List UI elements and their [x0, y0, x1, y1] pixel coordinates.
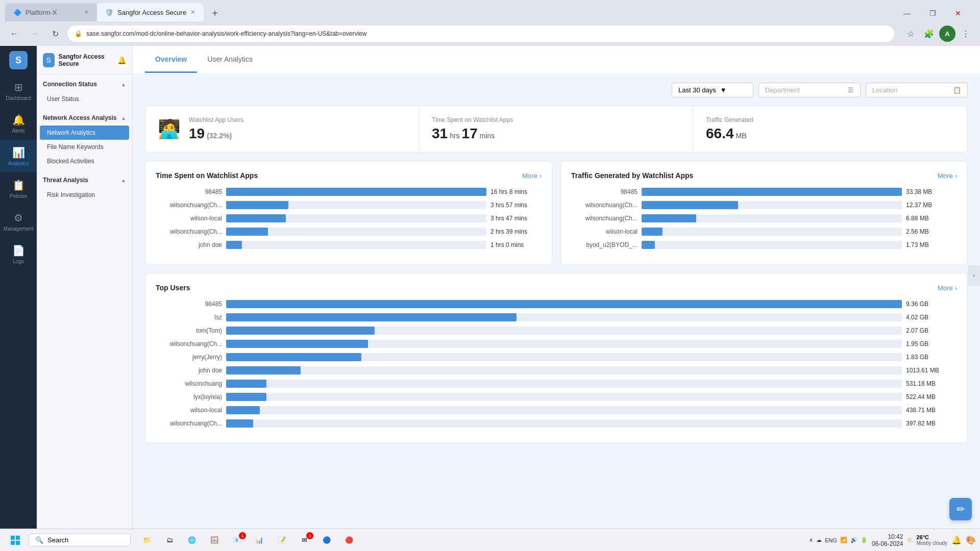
connection-status-chevron: ▲: [121, 82, 126, 87]
refresh-button[interactable]: ↻: [47, 26, 63, 42]
sidebar-item-alerts[interactable]: 🔔 Alerts: [0, 107, 37, 140]
chevron-up-icon[interactable]: ∧: [809, 537, 813, 543]
bar-fill: [226, 406, 260, 414]
sidebar-item-logs[interactable]: 📄 Logs: [0, 238, 37, 270]
bar-value: 3 hrs 47 mins: [491, 215, 542, 222]
bar-fill: [226, 188, 486, 196]
location-input[interactable]: Location 📋: [866, 83, 968, 97]
management-icon: ⚙: [14, 212, 23, 224]
department-placeholder: Department: [765, 86, 800, 94]
close-button[interactable]: ✕: [946, 5, 970, 21]
tab-overview[interactable]: Overview: [145, 47, 197, 73]
tab1-favicon: 🔷: [13, 9, 21, 16]
sidebar-item-dashboard[interactable]: ⊞ Dashboard: [0, 74, 37, 107]
time-spent-more-button[interactable]: More ›: [522, 172, 542, 180]
bar-label: wilsonchuang(Ch...: [156, 340, 222, 347]
bar-fill: [642, 201, 738, 209]
traffic-more-button[interactable]: More ›: [938, 172, 957, 180]
sidebar-item-analytics[interactable]: 📊 Analytics: [0, 140, 37, 172]
new-tab-button[interactable]: +: [208, 6, 222, 21]
taskbar-app-explorer[interactable]: 🗂: [159, 531, 180, 549]
department-input[interactable]: Department ☰: [758, 83, 861, 97]
sidebar-item-management[interactable]: ⚙ Management: [0, 205, 37, 238]
bar-fill: [226, 201, 288, 209]
bar-value: 12.37 MB: [906, 202, 957, 209]
browser-tab-1[interactable]: 🔷 Platform-X ✕: [5, 3, 97, 21]
taskbar-app-teams[interactable]: ✉ 1: [294, 531, 314, 549]
blocked-activities-label: Blocked Activities: [47, 158, 94, 165]
bar-value: 3 hrs 57 mins: [491, 202, 542, 209]
search-icon: 🔍: [35, 536, 43, 544]
taskbar-app-powerpoint[interactable]: 📊: [249, 531, 270, 549]
bar-row: lsz4.02 GB: [156, 313, 957, 321]
policies-icon: 📋: [12, 179, 25, 191]
sidebar-item-blocked-activities[interactable]: Blocked Activities: [37, 154, 132, 168]
taskbar-time[interactable]: 10:42 06-06-2024: [872, 533, 903, 547]
panel-bell-icon[interactable]: 🔔: [117, 56, 126, 64]
taskbar-app-store[interactable]: 🪟: [204, 531, 225, 549]
traffic-chart: Traffic Generated by Watchlist Apps More…: [560, 161, 968, 265]
maximize-button[interactable]: ❐: [921, 5, 944, 21]
bar-value: 2 hrs 39 mins: [491, 228, 542, 235]
extensions-button[interactable]: 🧩: [921, 26, 937, 42]
bookmark-button[interactable]: ☆: [902, 26, 919, 42]
bar-track: [226, 380, 902, 388]
taskbar-app-chrome[interactable]: 🔵: [316, 531, 337, 549]
sidebar-item-policies[interactable]: 📋 Policies: [0, 172, 37, 205]
traffic-chart-title: Traffic Generated by Watchlist Apps: [571, 171, 693, 180]
connection-status-label: Connection Status: [43, 81, 97, 88]
teams-badge: 1: [306, 532, 313, 539]
network-access-header[interactable]: Network Access Analysis ▲: [37, 110, 132, 126]
start-button[interactable]: [4, 531, 27, 549]
taskbar-sys-tray: ∧ ☁ ENG 📶 🔊 🔋: [809, 537, 868, 543]
taskbar-apps: 📁 🗂 🌐 🪟 📧 1 📊 📝 ✉ 1 🔵 🔴: [137, 531, 359, 549]
taskbar-app-files[interactable]: 📁: [137, 531, 157, 549]
date-range-chevron: ▼: [720, 86, 727, 94]
network-access-label: Network Access Analysis: [43, 114, 117, 121]
bar-row: jerry(Jerry)1.83 GB: [156, 353, 957, 361]
taskbar-app-word[interactable]: 📝: [272, 531, 292, 549]
bar-fill: [226, 228, 268, 236]
taskbar-search[interactable]: 🔍 Search: [29, 534, 131, 546]
svg-rect-0: [11, 536, 15, 540]
taskbar-app-outlook[interactable]: 📧 1: [227, 531, 247, 549]
bar-row: 9848533.38 MB: [571, 188, 957, 196]
address-bar[interactable]: 🔒 sase.sangfor.com/mod-dc/online-behavio…: [67, 26, 894, 42]
sidebar-item-risk-investigation[interactable]: Risk Investigation: [37, 188, 132, 202]
forward-button[interactable]: →: [27, 26, 43, 42]
profile-button[interactable]: A: [939, 26, 955, 42]
bar-fill: [226, 366, 301, 374]
top-users-more-button[interactable]: More ›: [938, 284, 957, 292]
sidebar-expand-button[interactable]: ›: [968, 265, 980, 286]
threat-analysis-header[interactable]: Threat Analysis ▲: [37, 172, 132, 188]
bar-track: [226, 188, 486, 196]
tab1-close[interactable]: ✕: [84, 9, 89, 16]
bar-track: [642, 228, 902, 236]
bar-row: byod_u2(BYOD_...1.73 MB: [571, 241, 957, 249]
tab-user-analytics[interactable]: User Analytics: [197, 47, 263, 73]
notification-bell-icon[interactable]: 🔔: [951, 535, 962, 545]
floating-action-button[interactable]: ✏: [949, 498, 972, 520]
back-button[interactable]: ←: [6, 26, 22, 42]
connection-status-header[interactable]: Connection Status ▲: [37, 77, 132, 92]
menu-button[interactable]: ⋮: [958, 26, 974, 42]
minimize-button[interactable]: —: [895, 5, 919, 21]
time-spent-chart-title: Time Spent on Watchlist Apps: [156, 171, 258, 180]
bar-label: wilsonchuang(Ch...: [156, 420, 222, 427]
sidebar-item-user-status[interactable]: User Status: [37, 92, 132, 106]
browser-tab-2[interactable]: 🛡️ Sangfor Access Secure ✕: [97, 3, 204, 21]
bar-track: [226, 214, 486, 222]
time-spent-value: 31 hrs 17 mins: [432, 126, 681, 142]
tab2-close[interactable]: ✕: [190, 9, 195, 16]
taskbar-app-edge[interactable]: 🌐: [182, 531, 202, 549]
bar-fill: [642, 188, 902, 196]
bar-value: 1.73 MB: [906, 241, 957, 248]
sidebar-item-network-analytics[interactable]: Network Analytics: [40, 126, 129, 140]
tab-user-analytics-label: User Analytics: [207, 55, 253, 63]
sidebar-item-file-name-keywords[interactable]: File Name Keywords: [37, 140, 132, 154]
date-range-select[interactable]: Last 30 days ▼: [672, 83, 753, 97]
taskbar-right: ∧ ☁ ENG 📶 🔊 🔋 10:42 06-06-2024 ⛅ 26°C Mo…: [809, 533, 976, 547]
network-access-chevron: ▲: [121, 115, 126, 121]
alerts-icon: 🔔: [12, 114, 25, 126]
taskbar-app-other[interactable]: 🔴: [339, 531, 359, 549]
